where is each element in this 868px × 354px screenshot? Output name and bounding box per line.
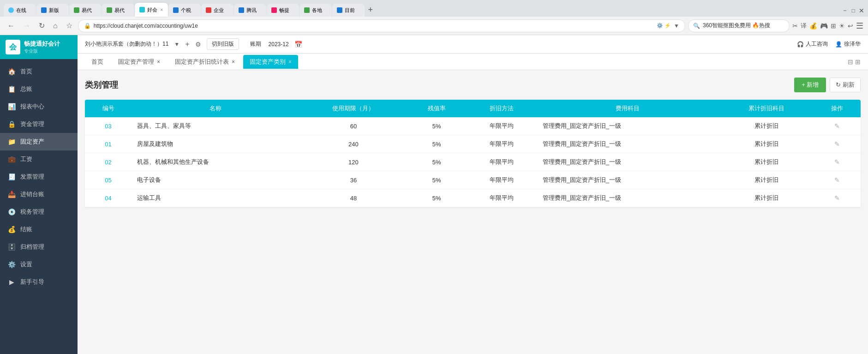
sidebar-item-tutorial[interactable]: ▶ 新手引导: [0, 273, 78, 291]
sidebar-item-settings[interactable]: ⚙️ 设置: [0, 256, 78, 273]
forward-button[interactable]: →: [20, 20, 33, 32]
col-accumulated: 累计折旧科目: [718, 100, 814, 117]
browser-tab-muqian[interactable]: 目前: [332, 4, 365, 17]
cell-expense-0: 管理费用_固定资产折旧_一级: [537, 117, 719, 135]
browser-tab-tencent[interactable]: 腾讯: [234, 4, 266, 17]
logo-subtitle: 专业版: [24, 48, 60, 54]
window-close[interactable]: ✕: [859, 7, 864, 14]
search-bar[interactable]: 🔍 360智能抠图免费用 🔥热搜: [688, 19, 790, 32]
browser-tab-changtí[interactable]: 畅提: [267, 4, 299, 17]
edit-icon-2[interactable]: ✎: [834, 158, 840, 166]
sidebar-label-payroll: 工资: [20, 155, 32, 163]
edit-icon-1[interactable]: ✎: [834, 140, 840, 148]
coupon-button[interactable]: 💰: [809, 22, 817, 30]
home-button[interactable]: ⌂: [50, 20, 60, 32]
browser-nav-bar: ← → ↻ ⌂ ☆ 🔒 https://cloud.chanjet.com/ac…: [0, 17, 868, 35]
tab-depreciation-stat[interactable]: 固定资产折旧统计表 ×: [168, 55, 241, 69]
sidebar-item-stockbook[interactable]: 📥 进销台账: [0, 186, 78, 203]
sidebar-label-tutorial: 新手引导: [20, 278, 44, 286]
game-button[interactable]: 🎮: [820, 22, 828, 30]
browser-tab-haohui[interactable]: 好会 ×: [135, 3, 168, 17]
sidebar-item-ledger[interactable]: 📋 总账: [0, 80, 78, 98]
tutorial-icon: ▶: [7, 278, 16, 286]
expand-tab-area[interactable]: ⊟: [848, 58, 853, 66]
bookmark-button[interactable]: ☆: [63, 19, 75, 32]
switch-old-version-button[interactable]: 切到旧版: [207, 38, 239, 50]
cell-accumulated-1: 累计折旧: [718, 135, 814, 153]
url-dropdown[interactable]: ▼: [674, 23, 679, 29]
cell-action-0[interactable]: ✎: [814, 117, 861, 135]
sidebar-item-funds[interactable]: 🔒 资金管理: [0, 115, 78, 133]
menu-button[interactable]: ☰: [856, 21, 863, 31]
full-screen-tab[interactable]: ⊞: [855, 58, 861, 66]
reload-button[interactable]: ↻: [36, 19, 48, 32]
cell-accumulated-2: 累计折旧: [718, 153, 814, 171]
stockbook-icon: 📥: [7, 190, 16, 198]
sidebar-item-tax[interactable]: 💿 税务管理: [0, 203, 78, 221]
settings-icon: ⚙️: [7, 260, 16, 269]
cell-expense-4: 管理费用_固定资产折旧_一级: [537, 189, 719, 207]
consultant-area[interactable]: 🎧 人工咨询: [797, 40, 828, 48]
sidebar-menu: 🏠 首页 📋 总账 📊 报表中心 🔒 资金管理 📁 固定资产 💼 工资: [0, 59, 78, 354]
add-button[interactable]: + 新增: [794, 78, 826, 92]
window-minimize[interactable]: －: [842, 6, 848, 15]
sidebar-item-home[interactable]: 🏠 首页: [0, 63, 78, 80]
scissors-button[interactable]: ✂: [792, 22, 798, 30]
browser-tab-yidai1[interactable]: 易代: [69, 4, 102, 17]
cell-accumulated-4: 累计折旧: [718, 189, 814, 207]
sidebar-label-settings: 设置: [20, 260, 32, 269]
grid-button[interactable]: ⊞: [831, 22, 836, 30]
cell-action-3[interactable]: ✎: [814, 171, 861, 189]
tab-home[interactable]: 首页: [85, 55, 110, 69]
username-display: 徐泽华: [844, 40, 861, 48]
cell-action-1[interactable]: ✎: [814, 135, 861, 153]
cell-method-1: 年限平均: [466, 135, 537, 153]
table-row: 02 机器、机械和其他生产设备 120 5% 年限平均 管理费用_固定资产折旧_…: [85, 153, 861, 171]
sidebar-label-stockbook: 进销台账: [20, 190, 44, 198]
app-header: 刘小艳演示系套（勿删勿动！）11 ▼ + ⚙ 切到旧版 账期 2023-12 📅…: [78, 35, 868, 54]
tab-close-haohui[interactable]: ×: [160, 7, 163, 12]
edit-icon-3[interactable]: ✎: [834, 176, 840, 184]
tab-close-depreciation[interactable]: ×: [232, 59, 235, 65]
cell-rate-3: 5%: [407, 171, 466, 189]
tab-fixed-asset-mgmt[interactable]: 固定资产管理 ×: [112, 55, 167, 69]
cell-action-4[interactable]: ✎: [814, 189, 861, 207]
calendar-icon[interactable]: 📅: [294, 41, 302, 48]
tab-close-category[interactable]: ×: [288, 59, 292, 65]
browser-tab-gedi[interactable]: 各地: [299, 4, 332, 17]
sidebar-item-closing[interactable]: 💰 结账: [0, 221, 78, 238]
cell-code-2: 02: [85, 153, 132, 171]
new-tab-button[interactable]: +: [365, 5, 376, 15]
settings-gear-button[interactable]: ⚙: [195, 41, 201, 48]
user-avatar-area[interactable]: 👤 徐泽华: [835, 40, 861, 48]
window-maximize[interactable]: □: [852, 7, 855, 14]
browser-tab-online[interactable]: 在线: [4, 4, 36, 17]
sidebar-item-invoice[interactable]: 🧾 发票管理: [0, 168, 78, 186]
sidebar-item-reports[interactable]: 📊 报表中心: [0, 98, 78, 115]
edit-icon-0[interactable]: ✎: [834, 122, 840, 130]
brightness-button[interactable]: ☀: [839, 22, 845, 30]
refresh-button[interactable]: ↻ 刷新: [830, 78, 861, 92]
col-period: 使用期限（月）: [300, 100, 407, 117]
tab-close-fixed-mgmt[interactable]: ×: [157, 59, 160, 65]
cell-name-0: 器具、工具、家具等: [132, 117, 299, 135]
back-button[interactable]: ←: [5, 20, 18, 32]
browser-tab-yidai2[interactable]: 易代: [102, 4, 134, 17]
browser-tab-new[interactable]: 新版: [36, 4, 69, 17]
cell-period-1: 240: [300, 135, 407, 153]
add-account-button[interactable]: +: [185, 40, 189, 48]
header-right: 🎧 人工咨询 👤 徐泽华: [797, 40, 861, 48]
browser-tab-enterprise[interactable]: 企业: [201, 4, 233, 17]
browser-tab-geshui[interactable]: 个税: [168, 4, 201, 17]
tab-asset-category[interactable]: 固定资产类别 ×: [243, 55, 298, 69]
undo-button[interactable]: ↩: [848, 22, 853, 30]
sidebar-item-fixed-assets[interactable]: 📁 固定资产: [0, 133, 78, 150]
cell-name-4: 运输工具: [132, 189, 299, 207]
edit-icon-4[interactable]: ✎: [834, 194, 840, 202]
dropdown-button[interactable]: ▼: [174, 41, 180, 48]
sidebar-item-archive[interactable]: 🗄️ 归档管理: [0, 238, 78, 256]
translate-button[interactable]: 译: [801, 22, 807, 30]
cell-action-2[interactable]: ✎: [814, 153, 861, 171]
url-bar[interactable]: 🔒 https://cloud.chanjet.com/accounting/u…: [78, 19, 685, 32]
sidebar-item-payroll[interactable]: 💼 工资: [0, 150, 78, 168]
